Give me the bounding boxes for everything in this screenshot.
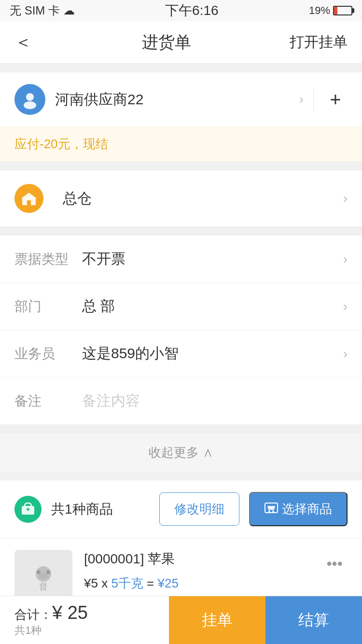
total-amount: ¥ 25 [52,602,88,623]
pending-button[interactable]: 挂单 [169,596,265,644]
warehouse-chevron-icon: › [343,191,348,206]
payment-notice: 应付-20元，现结 [0,127,362,161]
product-total: ¥25 [157,576,178,590]
svg-point-1 [24,101,36,109]
remark-placeholder: 备注内容 [72,391,348,411]
price-prefix: ¥5 x [84,576,111,590]
total-section: 合计：¥ 25 共1种 [0,596,169,644]
remark-label: 备注 [14,392,72,410]
products-icon [14,496,42,523]
total-row: 合计：¥ 25 [14,602,154,623]
supplier-avatar [14,84,45,115]
svg-point-14 [39,573,48,579]
salesperson-value: 这是859的小智 [72,344,338,364]
vertical-divider [313,87,314,112]
warehouse-name: 总仓 [53,189,338,209]
product-qty: 5千克 [111,576,143,590]
status-right: 19% [309,4,352,17]
supplier-name: 河南供应商22 [55,90,294,110]
svg-rect-7 [28,507,28,511]
total-label: 合计： [14,607,52,622]
invoice-type-label: 票据类型 [14,250,72,268]
edit-detail-button[interactable]: 修改明细 [159,492,239,526]
invoice-type-value: 不开票 [72,249,338,269]
products-count: 共1种商品 [51,500,150,518]
salesperson-chevron-icon: › [343,346,348,362]
department-row[interactable]: 部门 总 部 › [0,283,362,330]
product-price: ¥5 x 5千克 = ¥25 [84,575,310,592]
supplier-section: 河南供应商22 › + 应付-20元，现结 [0,72,362,162]
warehouse-row[interactable]: 总仓 › [0,170,362,227]
svg-point-10 [272,510,274,512]
products-header: 共1种商品 修改明细 选择商品 [0,480,362,538]
salesperson-row[interactable]: 业务员 这是859的小智 › [0,330,362,378]
department-label: 部门 [14,297,72,316]
section-gap-1 [0,64,362,72]
status-bar: 无 SIM 卡 ☁ 下午6:16 19% [0,0,362,21]
department-chevron-icon: › [343,299,348,314]
cart-icon [265,502,278,517]
back-button[interactable]: ＜ [14,30,43,54]
product-more-button[interactable]: ••• [321,550,348,577]
open-pending-button[interactable]: 打开挂单 [290,32,348,52]
price-eq: = [143,576,158,590]
salesperson-label: 业务员 [14,345,72,363]
collapse-button[interactable]: 收起更多 ∧ [0,434,362,472]
warehouse-icon [14,184,43,213]
supplier-row[interactable]: 河南供应商22 › + [0,72,362,127]
add-supplier-button[interactable]: + [323,89,348,111]
svg-text:督: 督 [39,582,48,591]
svg-point-0 [26,93,34,101]
warehouse-section: 总仓 › [0,170,362,227]
svg-point-9 [268,510,270,512]
total-count: 共1种 [14,623,154,638]
select-product-label: 选择商品 [282,501,332,518]
settle-button[interactable]: 结算 [265,596,362,644]
invoice-chevron-icon: › [343,252,348,267]
product-info: [0000001] 苹果 ¥5 x 5千克 = ¥25 [84,550,310,592]
battery-label: 19% [309,4,330,17]
status-left: 无 SIM 卡 ☁ [10,3,75,18]
bottom-bar: 合计：¥ 25 共1种 挂单 结算 [0,596,362,644]
svg-marker-3 [21,193,37,198]
department-value: 总 部 [72,296,338,316]
svg-point-13 [46,570,50,574]
remark-row[interactable]: 备注 备注内容 [0,378,362,425]
form-section: 票据类型 不开票 › 部门 总 部 › 业务员 这是859的小智 › 备注 备注… [0,236,362,425]
battery-icon [333,6,352,15]
chevron-right-icon: › [299,92,304,107]
sim-label: 无 SIM 卡 ☁ [10,3,75,18]
svg-point-12 [37,570,41,574]
nav-bar: ＜ 进货单 打开挂单 [0,21,362,64]
invoice-type-row[interactable]: 票据类型 不开票 › [0,236,362,283]
status-time: 下午6:16 [165,1,219,20]
product-name: [0000001] 苹果 [84,550,310,568]
page-title: 进货单 [142,31,191,54]
svg-rect-4 [27,200,31,205]
select-product-button[interactable]: 选择商品 [249,492,348,526]
